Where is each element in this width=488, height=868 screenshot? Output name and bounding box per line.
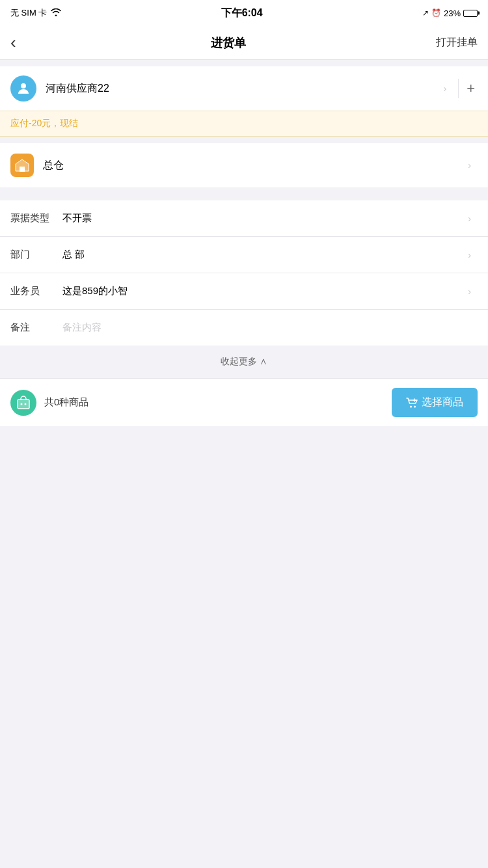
battery-label: 23%: [444, 8, 461, 18]
notice-bar: 应付-20元，现结: [0, 111, 488, 137]
remark-label: 备注: [10, 321, 62, 334]
salesman-value: 这是859的小智: [62, 285, 468, 297]
remark-row[interactable]: 备注 备注内容: [0, 310, 488, 346]
cart-icon: [406, 397, 418, 409]
nav-bar: ‹ 进货单 打开挂单: [0, 26, 488, 60]
salesman-row[interactable]: 业务员 这是859的小智 ›: [0, 273, 488, 310]
svg-point-4: [25, 403, 27, 405]
remark-input[interactable]: 备注内容: [62, 321, 478, 334]
status-right: ↗ ⏰ 23%: [422, 8, 478, 18]
divider: [458, 79, 459, 98]
section-gap-2: [0, 187, 488, 194]
form-section: 票据类型 不开票 › 部门 总 部 › 业务员 这是859的小智 › 备注 备注…: [0, 200, 488, 346]
notice-text: 应付-20元，现结: [10, 118, 78, 128]
carrier-label: 无 SIM 卡: [10, 7, 47, 19]
open-pending-button[interactable]: 打开挂单: [436, 36, 478, 49]
back-button[interactable]: ‹: [10, 27, 21, 58]
collapse-button[interactable]: 收起更多 ∧: [0, 346, 488, 378]
alarm-icon: ⏰: [431, 8, 441, 18]
svg-rect-2: [18, 400, 29, 409]
invoice-label: 票据类型: [10, 212, 62, 224]
battery-icon: [463, 10, 478, 17]
status-time: 下午6:04: [221, 7, 263, 20]
warehouse-chevron-icon: ›: [468, 160, 471, 170]
invoice-chevron-icon: ›: [468, 213, 471, 224]
bottom-bar: 共0种商品 选择商品: [0, 378, 488, 426]
collapse-label: 收起更多 ∧: [221, 356, 267, 368]
svg-point-6: [414, 406, 416, 408]
svg-point-3: [21, 403, 23, 405]
warehouse-icon: [10, 154, 34, 177]
supplier-name: 河南供应商22: [46, 82, 443, 96]
department-label: 部门: [10, 249, 62, 261]
status-bar: 无 SIM 卡 下午6:04 ↗ ⏰ 23%: [0, 0, 488, 26]
add-supplier-button[interactable]: +: [464, 77, 478, 100]
supplier-section: 河南供应商22 › + 应付-20元，现结: [0, 66, 488, 137]
invoice-value: 不开票: [62, 212, 468, 224]
location-icon: ↗: [422, 8, 429, 18]
product-icon: [10, 390, 36, 416]
svg-point-5: [410, 406, 412, 408]
warehouse-name: 总仓: [43, 159, 468, 172]
supplier-row[interactable]: 河南供应商22 › +: [0, 66, 488, 111]
wifi-icon: [51, 8, 61, 18]
svg-rect-1: [20, 167, 25, 172]
svg-point-0: [21, 83, 26, 88]
section-gap-1: [0, 60, 488, 66]
salesman-label: 业务员: [10, 285, 62, 297]
warehouse-row[interactable]: 总仓 ›: [0, 143, 488, 187]
select-product-button[interactable]: 选择商品: [392, 388, 478, 417]
supplier-avatar: [10, 75, 36, 102]
product-count: 共0种商品: [44, 396, 392, 409]
department-row[interactable]: 部门 总 部 ›: [0, 237, 488, 273]
page-title: 进货单: [211, 35, 246, 51]
salesman-chevron-icon: ›: [468, 286, 471, 297]
status-left: 无 SIM 卡: [10, 7, 61, 19]
supplier-chevron-icon: ›: [443, 83, 446, 94]
select-product-label: 选择商品: [422, 396, 463, 409]
page-background: [0, 426, 488, 621]
invoice-row[interactable]: 票据类型 不开票 ›: [0, 200, 488, 237]
department-chevron-icon: ›: [468, 250, 471, 260]
department-value: 总 部: [62, 249, 468, 261]
